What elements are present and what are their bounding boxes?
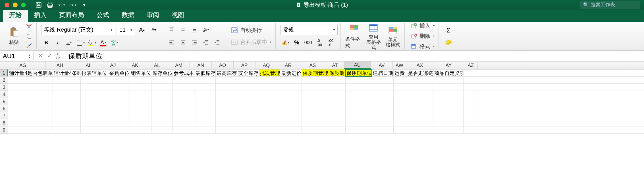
name-box[interactable]: AU1 ▴▾ (0, 52, 34, 60)
cell-AY8[interactable] (433, 119, 464, 126)
tab-layout[interactable]: 页面布局 (53, 9, 90, 22)
cell-AG5[interactable] (8, 98, 53, 105)
cell-AX2[interactable] (407, 77, 433, 84)
cell[interactable] (477, 98, 644, 105)
cell-AN4[interactable] (194, 91, 216, 98)
cell-AN1[interactable]: 最低库存 (194, 69, 216, 77)
format-as-table-button[interactable]: 套用 表格格式 (365, 22, 382, 50)
increase-indent-button[interactable] (212, 38, 222, 47)
format-painter-button[interactable]: 🖌️ (24, 42, 34, 50)
copy-button[interactable] (24, 32, 34, 40)
underline-button[interactable]: U▾ (64, 38, 74, 48)
cell-AO7[interactable] (216, 112, 237, 119)
cell-AP4[interactable] (237, 91, 259, 98)
cell[interactable] (477, 119, 644, 126)
cell-AS9[interactable] (302, 126, 328, 134)
cell-AG1[interactable]: 辅计量4是否包装单位 (8, 69, 53, 77)
cell-AS2[interactable] (302, 77, 328, 84)
cell-AT8[interactable] (328, 119, 346, 126)
cell-AU6[interactable] (346, 105, 372, 112)
cell-AQ7[interactable] (259, 112, 281, 119)
cell-AT3[interactable] (328, 84, 346, 91)
cell-AU9[interactable] (346, 126, 372, 134)
cell-AP9[interactable] (237, 126, 259, 134)
cell-AJ4[interactable] (108, 91, 130, 98)
column-header-AZ[interactable]: AZ (464, 62, 478, 69)
cell-AH1[interactable]: 辅计量4条码 (53, 69, 81, 77)
cancel-formula-button[interactable]: ✕ (38, 52, 43, 60)
cell-AG9[interactable] (8, 126, 53, 134)
cell-AM8[interactable] (173, 119, 194, 126)
cell-AV9[interactable] (372, 126, 394, 134)
delete-cells-button[interactable]: 删除▾ (409, 32, 436, 40)
cell-AO4[interactable] (216, 91, 237, 98)
cell-AX7[interactable] (407, 112, 433, 119)
cell-AS3[interactable] (302, 84, 328, 91)
cell-AR2[interactable] (280, 77, 302, 84)
cell-AJ9[interactable] (108, 126, 130, 134)
tab-view[interactable]: 视图 (165, 9, 190, 22)
column-header-AX[interactable]: AX (406, 62, 433, 69)
cell-AM1[interactable]: 参考成本 (173, 69, 194, 77)
cell-AN8[interactable] (194, 119, 216, 126)
cell-AW9[interactable] (394, 126, 407, 134)
cell-AX5[interactable] (407, 98, 433, 105)
fill-color-button[interactable]: ▾ (87, 38, 97, 48)
cell-AO2[interactable] (216, 77, 237, 84)
cell-AS8[interactable] (302, 119, 328, 126)
cell-AQ4[interactable] (259, 91, 281, 98)
cell[interactable] (477, 69, 644, 77)
decrease-decimal-button[interactable]: .00.0 (326, 38, 336, 48)
orientation-button[interactable]: ab▾ (201, 25, 211, 35)
cell-AH9[interactable] (53, 126, 81, 134)
cell-AQ9[interactable] (259, 126, 281, 134)
cell-AM7[interactable] (173, 112, 194, 119)
cell-AO8[interactable] (216, 119, 237, 126)
print-button[interactable] (46, 1, 54, 9)
clear-button[interactable]: 🧽 (443, 37, 454, 47)
cell-AP7[interactable] (237, 112, 259, 119)
phonetic-button[interactable]: abcA▾ (109, 38, 120, 48)
cell-AX9[interactable] (407, 126, 433, 134)
cell-AL5[interactable] (151, 98, 173, 105)
cell-AV8[interactable] (372, 119, 394, 126)
cell-AU2[interactable] (346, 77, 372, 84)
cell-AN5[interactable] (194, 98, 216, 105)
cell-AY7[interactable] (433, 112, 464, 119)
cell-AK9[interactable] (130, 126, 151, 134)
cell-AH2[interactable] (53, 77, 81, 84)
cell-AJ8[interactable] (108, 119, 130, 126)
tab-home[interactable]: 开始 (3, 9, 28, 22)
cell-AW2[interactable] (394, 77, 407, 84)
conditional-format-button[interactable]: 条件格式 (345, 23, 363, 49)
cell-AR5[interactable] (280, 98, 302, 105)
cell-AX3[interactable] (407, 84, 433, 91)
row-header-5[interactable]: 5 (0, 98, 8, 105)
align-left-button[interactable] (167, 38, 177, 47)
increase-font-button[interactable]: A▴ (137, 25, 147, 35)
cell-AJ7[interactable] (108, 112, 130, 119)
cell-AQ6[interactable] (259, 105, 281, 112)
cell-AQ5[interactable] (259, 98, 281, 105)
cell-AI5[interactable] (81, 98, 108, 105)
save-button[interactable] (35, 1, 42, 9)
column-header-AQ[interactable]: AQ (255, 62, 277, 69)
cell-AQ2[interactable] (259, 77, 281, 84)
cell-AX4[interactable] (407, 91, 433, 98)
bold-button[interactable]: B (41, 38, 51, 48)
tab-insert[interactable]: 插入 (28, 9, 53, 22)
column-header-AW[interactable]: AW (393, 62, 406, 69)
cell[interactable] (477, 77, 644, 84)
cell-AR9[interactable] (280, 126, 302, 134)
cell[interactable] (477, 126, 644, 134)
cell-AV5[interactable] (372, 98, 394, 105)
cell-AJ1[interactable]: 采购单位 (108, 69, 130, 77)
column-header-AJ[interactable]: AJ (102, 62, 124, 69)
cell-AK2[interactable] (130, 77, 151, 84)
cell-AV1[interactable]: 建档日期 (372, 69, 394, 77)
align-middle-button[interactable] (178, 25, 188, 35)
undo-button[interactable]: ▾ (58, 1, 65, 9)
cell-AU5[interactable] (346, 98, 372, 105)
tab-review[interactable]: 审阅 (140, 9, 165, 22)
column-header-AO[interactable]: AO (212, 62, 234, 69)
